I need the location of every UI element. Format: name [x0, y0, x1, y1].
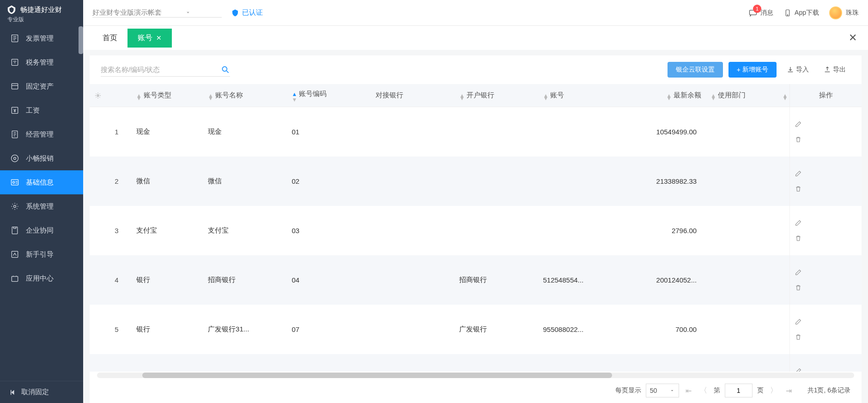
btn-label: 导出	[833, 66, 846, 74]
nav-apps[interactable]: 应用中心	[0, 266, 83, 290]
app-download-label: App下载	[795, 9, 819, 17]
messages-label: 消息	[760, 9, 773, 17]
cell-account-no	[538, 156, 622, 206]
messages-button[interactable]: 1 消息	[748, 8, 773, 18]
table-row[interactable]: 4银行招商银行04招商银行512548554...200124052...	[90, 255, 862, 305]
delete-button[interactable]	[795, 136, 857, 143]
nav-collab[interactable]: 企业协同	[0, 218, 83, 242]
cell-idx: 3	[90, 206, 132, 255]
table-row[interactable]: 5银行广发银行31...07广发银行955088022...700.00	[90, 305, 862, 354]
last-page-button[interactable]: ⇥	[784, 386, 794, 395]
delete-button[interactable]	[795, 333, 857, 341]
nav-salary[interactable]: 工资	[0, 98, 83, 122]
edit-button[interactable]	[795, 219, 857, 227]
svg-point-7	[12, 181, 14, 183]
table-row[interactable]: 1现金现金0110549499.00	[90, 107, 862, 157]
nav-basic-info[interactable]: 基础信息	[0, 170, 83, 194]
bank-cloud-settings-button[interactable]: 银企云联设置	[668, 62, 723, 78]
edit-button[interactable]	[795, 120, 857, 128]
delete-button[interactable]	[795, 185, 857, 192]
import-button[interactable]: 导入	[782, 62, 813, 78]
gear-icon	[94, 92, 102, 99]
cell-type: 支付宝	[132, 206, 203, 255]
cell-name: 微信	[203, 156, 287, 206]
settings-column[interactable]	[90, 84, 132, 107]
page-size-select[interactable]: 50	[646, 384, 679, 397]
delete-button[interactable]	[795, 284, 857, 291]
nav-business[interactable]: 经营管理	[0, 122, 83, 146]
unpin-icon	[9, 388, 18, 397]
delete-button[interactable]	[795, 235, 857, 242]
search-button[interactable]	[221, 65, 230, 74]
tab-account[interactable]: 账号 ✕	[127, 29, 172, 48]
table-row[interactable]: 3支付宝支付宝032796.00	[90, 206, 862, 255]
cell-balance: 700.00	[622, 305, 706, 354]
nav-invoice[interactable]: 发票管理	[0, 26, 83, 50]
account-set-label: 好业财专业版演示帐套	[92, 8, 162, 17]
edit-button[interactable]	[795, 170, 857, 177]
app-download-button[interactable]: App下载	[783, 9, 819, 17]
cell-code: 16	[287, 354, 370, 372]
nav-label: 工资	[26, 106, 40, 115]
cell-dock-bank	[371, 354, 455, 372]
col-type[interactable]: ▲▼账号类型	[132, 84, 203, 107]
table-row[interactable]: 2微信微信0221338982.33	[90, 156, 862, 206]
scrollbar-thumb[interactable]	[79, 26, 83, 54]
nav-label: 发票管理	[26, 34, 54, 43]
col-open-bank[interactable]: ▲▼开户银行	[455, 84, 538, 107]
search-input[interactable]	[101, 63, 221, 76]
page-input[interactable]	[725, 384, 753, 397]
col-dept[interactable]: ▲▼使用部门	[706, 84, 777, 107]
svg-point-8	[14, 205, 16, 208]
tab-home[interactable]: 首页	[92, 29, 127, 48]
nav-tax[interactable]: 税务管理	[0, 50, 83, 74]
unpin-label: 取消固定	[21, 388, 49, 397]
first-page-button[interactable]: ⇤	[684, 386, 693, 395]
edit-button[interactable]	[795, 269, 857, 276]
scrollbar-thumb[interactable]	[142, 373, 612, 378]
nav-expense[interactable]: 小畅报销	[0, 146, 83, 170]
username-label: 珠珠	[846, 9, 859, 17]
unpin-button[interactable]: 取消固定	[0, 381, 83, 403]
close-icon[interactable]: ✕	[156, 34, 162, 42]
cell-type: 银行	[132, 305, 203, 354]
btn-label: 新增账号	[742, 66, 768, 74]
brand-title: 畅捷通好业财	[20, 6, 62, 14]
add-account-button[interactable]: +新增账号	[728, 62, 777, 78]
edit-button[interactable]	[795, 367, 857, 372]
user-menu[interactable]: 珠珠	[829, 6, 859, 19]
col-name[interactable]: ▲▼账号名称	[203, 84, 287, 107]
export-button[interactable]: 导出	[819, 62, 850, 78]
phone-icon	[783, 9, 792, 17]
col-balance[interactable]: ▲▼最新余额	[622, 84, 706, 107]
cell-actions	[790, 255, 862, 305]
next-page-button[interactable]: 〉	[768, 386, 779, 396]
edit-button[interactable]	[795, 318, 857, 325]
brand-subtitle: 专业版	[6, 16, 77, 24]
accounts-table: ▲▼账号类型 ▲▼账号名称 ▲▼账号编码 对接银行 ▲▼开户银行 ▲▼账号 ▲▼…	[90, 84, 862, 372]
cell-open-bank: 广发银行	[455, 305, 538, 354]
page-prefix: 第	[714, 386, 720, 395]
horizontal-scrollbar[interactable]	[97, 373, 854, 378]
btn-label: 银企云联设置	[676, 66, 715, 74]
sort-icon: ▲▼	[208, 94, 213, 100]
nav-label: 经营管理	[26, 130, 54, 139]
nav-label: 应用中心	[26, 274, 54, 283]
nav-label: 新手引导	[26, 250, 54, 259]
sort-icon: ▲▼	[666, 94, 672, 100]
cell-balance: 200124052...	[622, 255, 706, 305]
cell-type: 微信	[132, 156, 203, 206]
account-set-selector[interactable]: 好业财专业版演示帐套	[92, 8, 222, 18]
col-code[interactable]: ▲▼账号编码	[287, 84, 370, 107]
close-all-tabs[interactable]: ✕	[847, 32, 859, 44]
nav-guide[interactable]: 新手引导	[0, 242, 83, 266]
nav-assets[interactable]: 固定资产	[0, 74, 83, 98]
col-extra[interactable]: ▲▼	[778, 84, 790, 107]
col-dock-bank[interactable]: 对接银行	[371, 84, 455, 107]
cell-dept	[706, 354, 777, 372]
nav-system[interactable]: 系统管理	[0, 194, 83, 218]
col-actions: 操作	[790, 84, 862, 107]
prev-page-button[interactable]: 〈	[698, 386, 709, 396]
col-account-no[interactable]: ▲▼账号	[538, 84, 622, 107]
table-row[interactable]: 6现金虫账户16324088.78	[90, 354, 862, 372]
